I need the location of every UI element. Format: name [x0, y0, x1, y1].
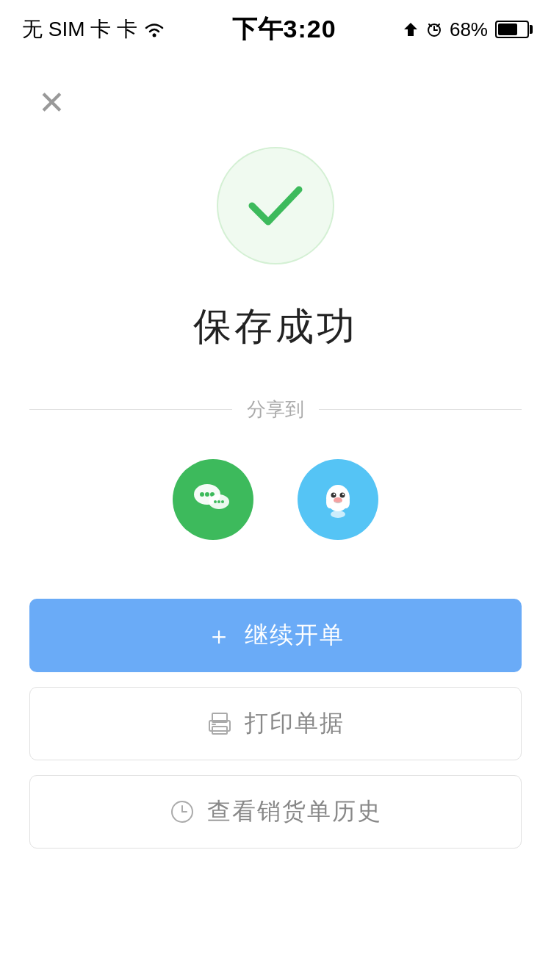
svg-point-11 — [221, 500, 224, 503]
status-bar: 无 SIM 卡 卡 下午3:20 68% — [0, 0, 551, 59]
wechat-icon — [191, 480, 235, 519]
print-button[interactable]: 打印单据 — [29, 687, 522, 760]
clock-icon — [169, 799, 195, 825]
sim-icon: 卡 — [117, 15, 137, 43]
close-icon: ✕ — [38, 87, 65, 119]
svg-point-19 — [342, 494, 344, 495]
svg-point-18 — [334, 494, 335, 495]
action-buttons: ＋ 继续开单 打印单据 查看销货单历史 — [29, 599, 522, 849]
printer-icon — [206, 710, 233, 737]
share-divider: 分享到 — [29, 397, 522, 422]
svg-point-5 — [200, 492, 204, 497]
alarm-icon — [426, 21, 442, 37]
no-sim-text: 无 SIM 卡 — [22, 15, 111, 43]
checkmark-icon — [246, 182, 305, 229]
continue-button[interactable]: ＋ 继续开单 — [29, 599, 522, 672]
success-title: 保存成功 — [193, 301, 358, 353]
print-label: 打印单据 — [245, 707, 345, 740]
svg-point-13 — [331, 511, 345, 518]
continue-label: 继续开单 — [245, 619, 345, 652]
qq-icon — [316, 478, 360, 522]
main-content: ✕ 保存成功 分享到 — [0, 59, 551, 980]
success-icon-container — [217, 147, 334, 264]
close-button[interactable]: ✕ — [29, 81, 73, 125]
wechat-share-button[interactable] — [173, 459, 253, 540]
status-right: 68% — [403, 18, 529, 41]
svg-point-10 — [217, 500, 220, 503]
share-icons — [173, 459, 378, 540]
status-left: 无 SIM 卡 卡 — [22, 15, 165, 43]
svg-point-14 — [326, 497, 334, 508]
share-label: 分享到 — [247, 397, 304, 422]
svg-point-0 — [153, 34, 156, 37]
history-label: 查看销货单历史 — [207, 796, 382, 828]
divider-right — [319, 409, 522, 410]
wifi-icon — [143, 21, 165, 37]
plus-icon: ＋ — [206, 623, 233, 648]
history-button[interactable]: 查看销货单历史 — [29, 775, 522, 849]
status-time: 下午3:20 — [232, 12, 336, 46]
qq-share-button[interactable] — [298, 459, 378, 540]
divider-left — [29, 409, 232, 410]
svg-point-6 — [205, 492, 209, 497]
battery-percent: 68% — [450, 18, 488, 41]
svg-point-15 — [342, 497, 350, 508]
svg-point-17 — [340, 493, 345, 498]
location-icon — [403, 21, 419, 37]
svg-point-16 — [331, 493, 336, 498]
svg-point-9 — [214, 500, 217, 503]
battery-icon — [495, 21, 529, 38]
